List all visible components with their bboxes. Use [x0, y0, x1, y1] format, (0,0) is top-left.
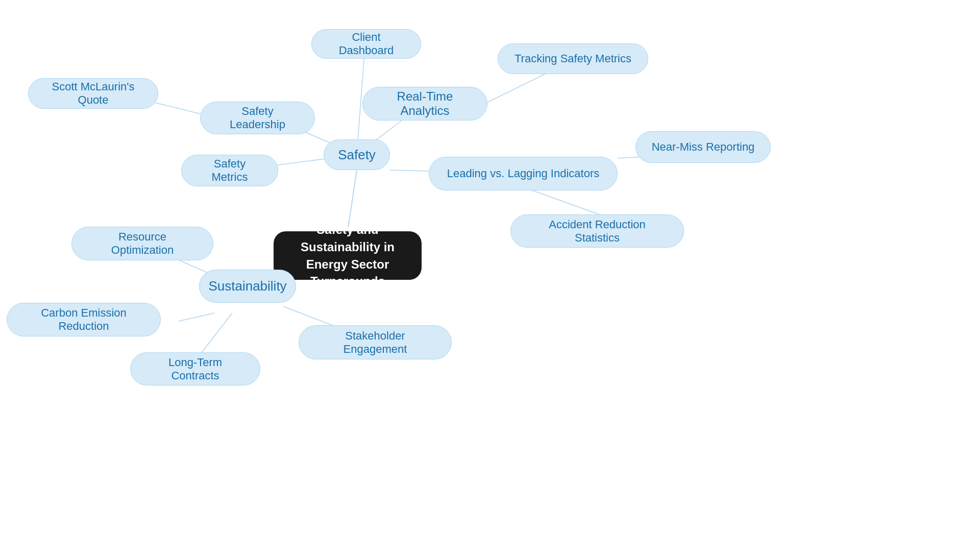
carbon-emission-node[interactable]: Carbon Emission Reduction	[7, 303, 161, 336]
stakeholder-engagement-node[interactable]: Stakeholder Engagement	[299, 325, 452, 359]
safety-metrics-node[interactable]: Safety Metrics	[181, 155, 278, 186]
stakeholder-engagement-label: Stakeholder Engagement	[313, 329, 437, 356]
safety-node[interactable]: Safety	[324, 139, 390, 170]
svg-line-12	[179, 313, 214, 321]
center-node[interactable]: Safety and Sustainability in Energy Sect…	[274, 231, 422, 280]
safety-leadership-label: Safety Leadership	[215, 105, 300, 131]
leading-lagging-label: Leading vs. Lagging Indicators	[447, 167, 599, 180]
tracking-safety-node[interactable]: Tracking Safety Metrics	[498, 43, 648, 74]
resource-optimization-label: Resource Optimization	[86, 230, 199, 257]
client-dashboard-label: Client Dashboard	[326, 31, 406, 57]
near-miss-node[interactable]: Near-Miss Reporting	[635, 131, 771, 163]
sustainability-label: Sustainability	[208, 278, 286, 294]
leading-lagging-node[interactable]: Leading vs. Lagging Indicators	[429, 157, 618, 190]
sustainability-node[interactable]: Sustainability	[199, 270, 296, 303]
scott-quote-label: Scott McLaurin's Quote	[43, 80, 143, 107]
carbon-emission-label: Carbon Emission Reduction	[21, 306, 146, 333]
resource-optimization-node[interactable]: Resource Optimization	[71, 227, 213, 260]
real-time-analytics-node[interactable]: Real-Time Analytics	[362, 87, 487, 121]
accident-reduction-node[interactable]: Accident Reduction Statistics	[510, 214, 684, 248]
svg-line-13	[201, 313, 232, 353]
safety-leadership-node[interactable]: Safety Leadership	[200, 102, 315, 134]
accident-reduction-label: Accident Reduction Statistics	[525, 218, 669, 245]
long-term-contracts-node[interactable]: Long-Term Contracts	[130, 352, 260, 386]
safety-metrics-label: Safety Metrics	[196, 157, 263, 184]
tracking-safety-label: Tracking Safety Metrics	[514, 52, 631, 65]
real-time-analytics-label: Real-Time Analytics	[377, 89, 473, 118]
near-miss-label: Near-Miss Reporting	[652, 140, 755, 154]
long-term-contracts-label: Long-Term Contracts	[145, 356, 246, 382]
client-dashboard-node[interactable]: Client Dashboard	[311, 29, 421, 59]
svg-line-10	[531, 190, 601, 215]
safety-label: Safety	[338, 147, 376, 163]
scott-quote-node[interactable]: Scott McLaurin's Quote	[28, 78, 158, 109]
center-label: Safety and Sustainability in Energy Sect…	[292, 221, 403, 290]
